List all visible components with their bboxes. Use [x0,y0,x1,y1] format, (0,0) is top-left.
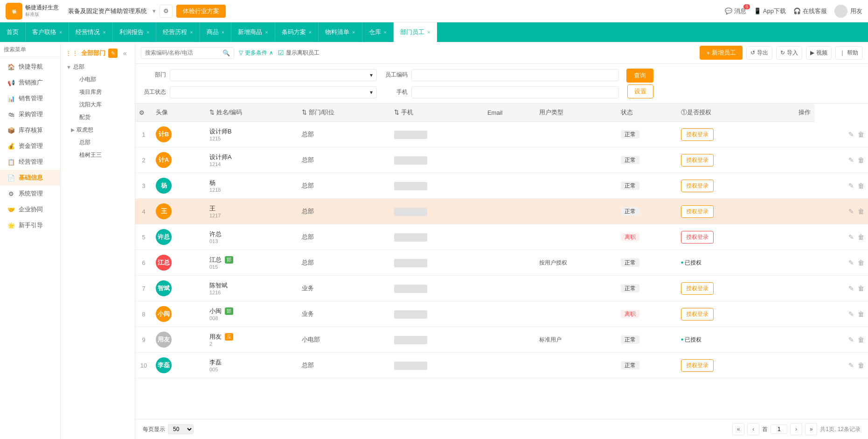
edit-icon[interactable]: ✎ [848,285,854,292]
auth-login-button[interactable]: 授权登录 [681,180,714,192]
sidebar-item-marketing[interactable]: 📢营销推广 [0,75,60,91]
tab-close-icon[interactable]: × [103,29,105,35]
status-select[interactable]: ▾ [170,86,377,98]
sidebar-item-inventory[interactable]: 📦库存核算 [0,122,60,138]
prev-page-button[interactable]: ‹ [747,423,759,435]
page-number-input[interactable] [771,425,787,434]
col-dept[interactable]: ⇅ 部门/职位 [298,104,390,122]
trial-button[interactable]: 体验行业方案 [176,5,226,18]
page-size-select[interactable]: 50 100 200 [168,424,194,434]
delete-icon[interactable]: 🗑 [858,362,864,369]
video-button[interactable]: ▶ 视频 [806,46,832,60]
nav-tab-客户联络[interactable]: 客户联络 × [26,22,69,42]
first-page-button[interactable]: « [732,423,744,435]
help-button[interactable]: ｜ 帮助 [835,46,862,60]
dept-tree-item[interactable]: 小电部 [62,73,133,86]
message-button[interactable]: 💬 消息 6 [725,7,746,15]
settings-button[interactable]: ⚙ [160,5,173,18]
edit-icon[interactable]: ✎ [848,131,854,138]
edit-icon[interactable]: ✎ [848,182,854,189]
nav-tab-首页[interactable]: 首页 [0,22,26,42]
delete-icon[interactable]: 🗑 [858,259,864,266]
auth-login-button[interactable]: 授权登录 [681,359,714,372]
employee-code-input[interactable] [411,69,618,81]
tab-close-icon[interactable]: × [222,29,224,35]
sidebar-item-collab[interactable]: 🤝企业协同 [0,202,60,217]
add-employee-button[interactable]: + 新增员工 [700,46,743,60]
nav-tab-新增商品[interactable]: 新增商品 × [231,22,275,42]
edit-icon[interactable]: ✎ [848,233,854,241]
sidebar-item-basic-info[interactable]: 📄基础信息 [0,170,60,186]
more-filter-button[interactable]: ▽ 更多条件 ∧ [239,49,273,57]
dept-collapse-button[interactable]: « [120,49,130,58]
tab-close-icon[interactable]: × [384,29,387,35]
user-area[interactable]: 用友 [834,5,862,18]
sidebar-item-system[interactable]: ⚙系统管理 [0,186,60,202]
app-download-button[interactable]: 📱 App下载 [754,7,786,15]
nav-tab-物料清单[interactable]: 物料清单 × [319,22,362,42]
auth-login-button[interactable]: 授权登录 [681,308,714,321]
auth-login-button[interactable]: 授权登录 [681,154,714,167]
nav-tab-条码方案[interactable]: 条码方案 × [275,22,319,42]
dept-tree-item[interactable]: ▼总部 [62,61,133,73]
sidebar-item-quick-nav[interactable]: 🏠快捷导航 [0,59,60,75]
search-input[interactable] [145,49,220,56]
delete-icon[interactable]: 🗑 [858,233,864,241]
sidebar-item-guide[interactable]: 🌟新手引导 [0,217,60,233]
dept-tree-item[interactable]: ▶双虎想 [62,124,133,136]
tab-close-icon[interactable]: × [146,29,149,35]
sidebar-item-operations[interactable]: 📋经营管理 [0,154,60,170]
tab-close-icon[interactable]: × [427,29,430,35]
sidebar-item-purchase[interactable]: 🛍采购管理 [0,106,60,122]
auth-login-button[interactable]: 授权登录 [681,205,714,218]
search-menu-input[interactable] [4,46,61,53]
edit-icon[interactable]: ✎ [848,208,854,215]
dept-tree-item[interactable]: 项目库房 [62,86,133,98]
last-page-button[interactable]: » [805,423,817,435]
auth-login-button[interactable]: 授权登录 [681,231,714,244]
query-button[interactable]: 查询 [626,69,653,83]
dept-tree-item[interactable]: 植树王三 [62,149,133,161]
delete-icon[interactable]: 🗑 [858,336,864,343]
tab-close-icon[interactable]: × [59,29,62,35]
col-settings[interactable]: ⚙ [135,104,152,122]
nav-tab-仓库[interactable]: 仓库 × [362,22,394,42]
nav-tab-经营历程[interactable]: 经营历程 × [156,22,200,42]
delete-icon[interactable]: 🗑 [858,156,864,164]
nav-tab-部门员工[interactable]: 部门员工 × [394,22,437,42]
col-phone[interactable]: ⇅ 手机 [390,104,484,122]
phone-input[interactable] [411,86,618,98]
nav-tab-商品[interactable]: 商品 × [200,22,231,42]
set-button[interactable]: 设置 [627,84,653,98]
edit-icon[interactable]: ✎ [848,362,854,369]
dept-tree-item[interactable]: 配货 [62,111,133,124]
dept-tree-item[interactable]: 沈阳大库 [62,98,133,111]
auth-login-button[interactable]: 授权登录 [681,282,714,295]
sidebar-item-sales[interactable]: 📊销售管理 [0,91,60,106]
tab-close-icon[interactable]: × [352,29,355,35]
edit-icon[interactable]: ✎ [848,336,854,343]
import-button[interactable]: ↻ 导入 [776,46,802,60]
col-name[interactable]: ⇅ 姓名/编码 [206,104,298,122]
dept-edit-button[interactable]: ✎ [108,49,118,58]
nav-tab-经营情况[interactable]: 经营情况 × [69,22,112,42]
delete-icon[interactable]: 🗑 [858,208,864,215]
auth-login-button[interactable]: 授权登录 [681,128,714,141]
dept-tree-item[interactable]: 总部 [62,136,133,149]
export-button[interactable]: ↺ 导出 [746,46,772,60]
edit-icon[interactable]: ✎ [848,156,854,164]
show-resigned-toggle[interactable]: ☑ 显示离职员工 [278,49,319,57]
delete-icon[interactable]: 🗑 [858,131,864,138]
delete-icon[interactable]: 🗑 [858,182,864,189]
delete-icon[interactable]: 🗑 [858,310,864,318]
online-service-button[interactable]: 🎧 在线客服 [793,7,827,15]
sidebar-item-finance[interactable]: 💰资金管理 [0,138,60,154]
tab-close-icon[interactable]: × [309,29,312,35]
edit-icon[interactable]: ✎ [848,310,854,318]
next-page-button[interactable]: › [790,423,802,435]
delete-icon[interactable]: 🗑 [858,285,864,292]
edit-icon[interactable]: ✎ [848,259,854,266]
tab-close-icon[interactable]: × [265,29,268,35]
dept-select[interactable]: ▾ [170,69,377,81]
tab-close-icon[interactable]: × [190,29,193,35]
